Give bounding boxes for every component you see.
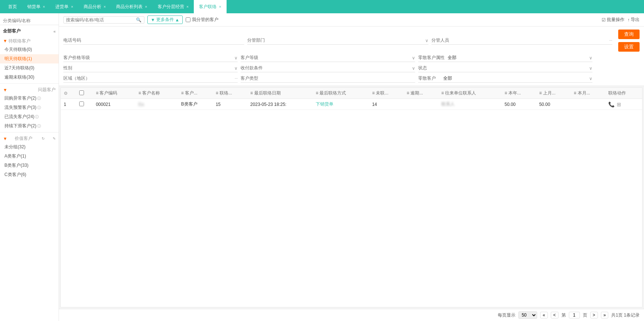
- value-customers-section: ▼ 价值客户 ↻ ✎ 未分组(32) A类客户(1) B类客户(33) C类客户…: [0, 132, 59, 179]
- info-icon-3: ⓘ: [37, 124, 41, 129]
- customer-grade-dropdown-icon: ∨: [412, 55, 415, 61]
- row-index: 1: [61, 99, 76, 110]
- close-customer-layering-icon[interactable]: ×: [186, 4, 189, 9]
- col-settings[interactable]: ⚙: [61, 88, 76, 99]
- filter-retail-customer[interactable]: 零散客户 全部 ∨: [418, 75, 592, 83]
- row-select-checkbox[interactable]: [79, 101, 84, 106]
- col-last-contact-date: ≡ 最后联络日期: [247, 88, 313, 99]
- batch-operations-btn[interactable]: ☑ 批量操作: [602, 17, 624, 23]
- close-product-analysis-list-icon[interactable]: ×: [145, 4, 147, 9]
- search-icon[interactable]: 🔍: [136, 17, 141, 23]
- pagination: 每页显示 50 100 « < 第 页 > » 共1页 1条记录: [59, 309, 644, 321]
- sidebar-item-churned[interactable]: 已流失客户(24) ⓘ: [0, 112, 59, 121]
- page-size-select[interactable]: 50 100: [518, 311, 537, 319]
- area-more-icon[interactable]: ···: [235, 76, 238, 80]
- row-contact: 15: [213, 99, 247, 110]
- person-more-icon[interactable]: ···: [609, 38, 612, 42]
- select-all-checkbox[interactable]: [79, 90, 84, 95]
- nav-customer-contact[interactable]: 客户联络 ×: [194, 0, 226, 13]
- filter-gender[interactable]: 性别 ∨: [63, 64, 238, 72]
- sidebar-item-declining[interactable]: 持续下滑客户(2) ⓘ: [0, 121, 59, 131]
- sidebar-item-today-pending[interactable]: 今天待联络(0): [0, 45, 59, 54]
- filter-customer-type[interactable]: 客户类型: [241, 75, 415, 83]
- row-code: 000021: [93, 99, 136, 110]
- search-input[interactable]: [66, 17, 136, 23]
- all-customers-header[interactable]: 全部客户 «: [0, 27, 59, 36]
- gear-icon[interactable]: ⚙: [64, 91, 68, 96]
- close-product-analysis-icon[interactable]: ×: [104, 4, 106, 9]
- sidebar-item-class-a[interactable]: A类客户(1): [0, 152, 59, 161]
- filter-status[interactable]: 状态 ∨: [418, 64, 592, 72]
- filter-row-4: 区域（地区） ··· 客户类型 零散客户 全部 ∨: [63, 75, 640, 83]
- settings-button[interactable]: 设置: [618, 42, 640, 52]
- filter-payment[interactable]: 收付款条件 ∨: [241, 64, 415, 72]
- export-icon: ↑: [627, 17, 630, 23]
- customer-table-container: ⚙ ≡ 客户编码 ≡ 客户名称 ≡ 客户... ≡ 联络... ≡ 最后联络日期…: [60, 87, 643, 307]
- info-icon-0: ⓘ: [37, 96, 41, 101]
- sidebar-item-ungrouped[interactable]: 未分组(32): [0, 142, 59, 152]
- customer-table: ⚙ ≡ 客户编码 ≡ 客户名称 ≡ 客户... ≡ 联络... ≡ 最后联络日期…: [61, 88, 642, 110]
- nav-product-analysis[interactable]: 商品分析 ×: [78, 0, 111, 13]
- status-dropdown-icon: ∨: [589, 66, 592, 71]
- col-category: ≡ 客户...: [178, 88, 213, 99]
- sidebar-item-class-c[interactable]: C类客户(6): [0, 170, 59, 179]
- action-phone-icon[interactable]: 📞: [608, 101, 615, 107]
- col-name: ≡ 客户名称: [136, 88, 178, 99]
- sidebar-item-overdue-pending[interactable]: 逾期未联络(30): [0, 73, 59, 82]
- table-body: 1 000021 Ea B类客户 15 2023-05-23 18:25: 下销…: [61, 99, 642, 110]
- sidebar-search-area: 🔍: [0, 16, 59, 25]
- nav-purchase-order[interactable]: 进货单 ×: [50, 0, 78, 13]
- filter-customer-value[interactable]: 客户价格等级 ∨: [63, 54, 238, 62]
- filter-customer-grade[interactable]: 客户等级 ∨: [241, 54, 415, 62]
- close-purchase-order-icon[interactable]: ×: [71, 4, 73, 9]
- filter-person: 分管人员 ···: [431, 37, 612, 45]
- filter-more-btn[interactable]: ▼ 更多条件 ▲: [147, 15, 183, 24]
- sidebar-item-tomorrow-pending[interactable]: 明天待联络(1): [0, 54, 59, 63]
- sidebar-item-7day-pending[interactable]: 近7天待联络(0): [0, 63, 59, 73]
- row-action: 📞 ⊞: [605, 99, 642, 110]
- first-page-btn[interactable]: «: [540, 312, 548, 318]
- filter-dept[interactable]: 分管部门 ∨: [247, 37, 428, 45]
- sidebar-item-churn-warning[interactable]: 流失预警客户(3) ⓘ: [0, 103, 59, 112]
- nav-sales-order[interactable]: 销货单 ×: [22, 0, 50, 13]
- sidebar-item-repurchase-abnormal[interactable]: 回购异常客户(2) ⓘ: [0, 94, 59, 103]
- filter-row-3: 性别 ∨ 收付款条件 ∨ 状态 ∨: [63, 64, 640, 72]
- last-page-btn[interactable]: »: [601, 312, 609, 318]
- col-company-contact: ≡ 往来单位联系人: [438, 88, 502, 99]
- nav-customer-layering[interactable]: 客户分层经营 ×: [153, 0, 194, 13]
- col-code: ≡ 客户编码: [93, 88, 136, 99]
- retail-customer-dropdown-icon: ∨: [589, 76, 592, 81]
- filter-retail-attr[interactable]: 零散客户属性 全部 ∨: [418, 54, 592, 62]
- customer-value-dropdown-icon: ∨: [234, 55, 238, 61]
- row-this-month: [571, 99, 605, 110]
- my-customers-checkbox-label[interactable]: 我分管的客户: [186, 17, 218, 23]
- row-last-month: 50.00: [536, 99, 571, 110]
- col-this-month: ≡ 本月...: [571, 88, 605, 99]
- col-action: 联络动作: [605, 88, 642, 99]
- page-number-input[interactable]: [569, 312, 580, 318]
- action-grid-icon[interactable]: ⊞: [617, 101, 621, 107]
- refresh-value-icon[interactable]: ↻: [42, 137, 45, 141]
- row-checkbox[interactable]: [76, 99, 93, 110]
- sidebar-item-class-b[interactable]: B类客户(33): [0, 161, 59, 170]
- nav-product-analysis-list[interactable]: 商品分析列表 ×: [111, 0, 152, 13]
- row-uncontacted: 14: [369, 99, 404, 110]
- next-page-btn[interactable]: >: [590, 312, 598, 318]
- nav-home[interactable]: 首页: [3, 0, 22, 13]
- row-company-contact: 联系人: [438, 99, 502, 110]
- search-bar: 🔍 ▼ 更多条件 ▲ 我分管的客户 ☑ 批量操作 ↑ 导出: [59, 13, 644, 27]
- retail-attr-dropdown-icon: ∨: [589, 55, 592, 61]
- col-last-contact-method: ≡ 最后联络方式: [313, 88, 369, 99]
- close-customer-contact-icon[interactable]: ×: [219, 4, 221, 9]
- chevron-up-icon: ▲: [175, 17, 179, 23]
- prev-page-btn[interactable]: <: [551, 312, 559, 318]
- query-button[interactable]: 查询: [618, 30, 640, 39]
- my-customers-checkbox[interactable]: [186, 17, 190, 22]
- row-last-contact-method[interactable]: 下销货单: [313, 99, 369, 110]
- row-last-contact-date: 2023-05-23 18:25:: [247, 99, 313, 110]
- close-sales-order-icon[interactable]: ×: [43, 4, 45, 9]
- last-contact-method-link[interactable]: 下销货单: [316, 101, 333, 107]
- export-btn[interactable]: ↑ 导出: [627, 17, 640, 23]
- sidebar-search-input[interactable]: [3, 18, 58, 23]
- edit-value-icon[interactable]: ✎: [53, 137, 56, 141]
